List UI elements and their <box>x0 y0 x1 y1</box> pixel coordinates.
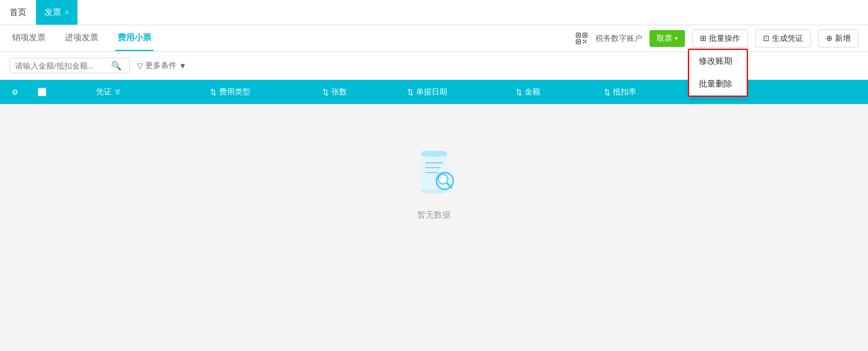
menu-item-batch-delete[interactable]: 批量删除 <box>689 73 747 96</box>
batch-icon: ⊞ <box>700 34 707 43</box>
search-input[interactable] <box>15 61 111 70</box>
expense-type-sort-icon: ⇅ <box>210 88 217 97</box>
filter-icon: ▽ <box>137 61 143 70</box>
svg-rect-6 <box>583 40 584 41</box>
menu-item-modify-period[interactable]: 修改账期 <box>689 50 747 73</box>
take-ticket-arrow-icon: ▾ <box>675 35 678 41</box>
add-icon: ⊕ <box>826 34 833 43</box>
date-sort-icon: ⇅ <box>407 88 414 97</box>
batch-operation-container: ⊞ 批量操作 修改账期 批量删除 <box>692 29 748 47</box>
batch-operation-button[interactable]: ⊞ 批量操作 <box>692 29 748 47</box>
tab-sales-invoice[interactable]: 销项发票 <box>10 25 48 51</box>
deduct-rate-sort-icon: ⇅ <box>604 88 610 97</box>
th-date[interactable]: ⇅ 单据日期 <box>373 80 482 104</box>
select-all-checkbox[interactable] <box>38 88 46 96</box>
th-expense-type[interactable]: ⇅ 费用类型 <box>163 80 297 104</box>
th-amount[interactable]: ⇅ 金额 <box>482 80 574 104</box>
more-filter-button[interactable]: ▽ 更多条件 ▼ <box>137 60 187 71</box>
tax-account-label[interactable]: 税务数字账户 <box>595 33 642 44</box>
svg-rect-10 <box>584 41 585 42</box>
th-deduct-rate[interactable]: ⇅ 抵扣率 <box>574 80 666 104</box>
th-checkbox[interactable] <box>30 80 54 104</box>
close-icon[interactable]: × <box>65 8 69 17</box>
top-nav: 首页 发票 × <box>0 0 868 25</box>
svg-rect-7 <box>585 40 586 41</box>
svg-rect-5 <box>577 41 579 43</box>
batch-dropdown-menu: 修改账期 批量删除 <box>688 49 748 97</box>
voucher-icon: ⊡ <box>763 34 770 43</box>
svg-rect-8 <box>583 42 584 43</box>
search-box[interactable]: 🔍 <box>10 58 130 73</box>
invoice-tab[interactable]: 发票 × <box>36 0 77 25</box>
more-filter-arrow-icon: ▼ <box>179 61 187 70</box>
th-count[interactable]: ⇅ 张数 <box>297 80 373 104</box>
generate-voucher-button[interactable]: ⊡ 生成凭证 <box>755 29 811 47</box>
sub-tabs-left: 销项发票 进项发票 费用小票 <box>10 25 154 51</box>
th-extra <box>776 80 868 104</box>
home-label: 首页 <box>10 7 26 18</box>
add-button[interactable]: ⊕ 新增 <box>818 29 858 47</box>
voucher-filter-icon[interactable] <box>114 88 121 96</box>
empty-text: 暂无数据 <box>417 210 451 221</box>
batch-label: 批量操作 <box>709 33 740 44</box>
svg-point-18 <box>440 176 442 179</box>
empty-state: 暂无数据 <box>0 104 868 245</box>
invoice-tab-label: 发票 <box>44 7 61 18</box>
settings-icon: ⚙ <box>11 88 19 97</box>
svg-rect-3 <box>584 34 586 36</box>
amount-sort-icon: ⇅ <box>516 88 522 97</box>
search-icon[interactable]: 🔍 <box>111 61 121 70</box>
svg-rect-1 <box>577 34 579 36</box>
home-tab[interactable]: 首页 <box>0 0 36 25</box>
take-ticket-button[interactable]: 取票 ▾ <box>649 30 685 47</box>
sub-tabs-bar: 销项发票 进项发票 费用小票 税务数字账户 <box>0 25 868 52</box>
th-settings[interactable]: ⚙ <box>0 80 30 104</box>
tab-expense-receipt[interactable]: 费用小票 <box>115 25 154 51</box>
qr-code-icon[interactable] <box>575 32 588 45</box>
more-filter-label: 更多条件 <box>145 60 176 71</box>
sub-tabs-right: 税务数字账户 取票 ▾ ⊞ 批量操作 修改账期 批量删除 ⊡ 生成凭证 <box>575 29 858 47</box>
svg-rect-9 <box>585 42 586 43</box>
count-sort-icon: ⇅ <box>322 88 329 97</box>
empty-illustration <box>404 140 464 200</box>
tab-purchase-invoice[interactable]: 进项发票 <box>62 25 101 51</box>
th-voucher[interactable]: 凭证 <box>54 80 163 104</box>
